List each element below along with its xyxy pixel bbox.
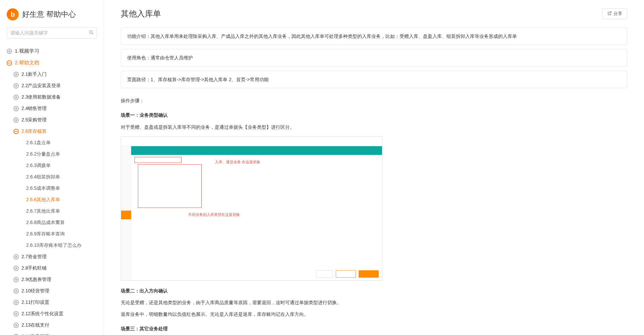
nav-label: 2.1新手入门 <box>21 71 47 77</box>
nav-item-24[interactable]: 2.4销售管理 <box>7 103 97 114</box>
path-label: 页面路径： <box>127 77 151 82</box>
nav-label: 2.6.7其他出库单 <box>26 208 60 214</box>
scene1-title: 场景一：业务类型确认 <box>121 111 627 119</box>
plus-icon <box>13 311 19 317</box>
nav-item-264[interactable]: 2.6.4组装拆卸单 <box>7 171 97 183</box>
logo-row: b 好生意 帮助中心 <box>7 8 97 20</box>
plus-icon <box>13 83 19 89</box>
nav-item-28[interactable]: 2.8手机旺铺 <box>7 263 97 274</box>
nav-label: 2.4销售管理 <box>21 106 47 112</box>
plus-icon <box>13 300 19 305</box>
role-text: 通常由仓管人员维护 <box>151 55 193 60</box>
plus-icon <box>13 95 19 100</box>
nav-item-263[interactable]: 2.6.3调拨单 <box>7 160 97 171</box>
scene1-text: 对于受赠、盘盈或是拆装入库等不同的业务，是通过单据头【业务类型】进行区分。 <box>121 123 627 131</box>
role-box: 使用角色：通常由仓管人员维护 <box>121 49 627 66</box>
role-label: 使用角色： <box>127 55 151 60</box>
nav-label: 1.视频学习 <box>15 48 39 54</box>
nav-label: 2.6.5成本调整单 <box>26 185 60 191</box>
plus-icon <box>13 288 19 294</box>
nav-label: 2.6库存核算 <box>21 128 47 134</box>
nav-item-210[interactable]: 2.10经营管理 <box>7 285 97 297</box>
nav-item-27[interactable]: 2.7资金管理 <box>7 251 97 263</box>
nav-item-266[interactable]: 2.6.6其他入库单 <box>7 194 97 206</box>
logo-char: b <box>11 11 15 18</box>
nav-label: 2.9优惠券管理 <box>21 277 51 283</box>
nav-item-26[interactable]: 2.6库存核算 <box>7 126 97 137</box>
scene3-title: 场景三：其它业务处理 <box>121 325 627 333</box>
nav-label: 2.6.9库存账本查询 <box>26 231 65 237</box>
svg-point-0 <box>90 31 92 33</box>
steps-label: 操作步骤： <box>121 97 627 105</box>
path-box: 页面路径：1、库存核算->库存管理->其他入库单 2、首页->常用功能 <box>121 71 627 88</box>
nav-label: 2.2产品安装及登录 <box>21 83 61 89</box>
plus-icon <box>13 72 19 77</box>
logo-icon: b <box>7 8 19 20</box>
nav-item-268[interactable]: 2.6.8商品成本重算 <box>7 217 97 228</box>
nav-label: 2.6.2分量盘点单 <box>26 151 60 157</box>
plus-icon <box>13 323 19 328</box>
nav-label: 2.帮助文档 <box>15 60 39 66</box>
nav-label: 2.13在线支付 <box>21 322 49 328</box>
share-label: 分享 <box>613 11 622 17</box>
nav-item-29[interactable]: 2.9优惠券管理 <box>7 274 97 285</box>
site-title: 好生意 帮助中心 <box>22 9 76 19</box>
nav-label: 2.5采购管理 <box>21 117 47 123</box>
nav-item-269[interactable]: 2.6.9库存账本查询 <box>7 228 97 240</box>
sidebar: b 好生意 帮助中心 1.视频学习 2.帮助文档 2.1新手入门 2.2产品安装… <box>0 0 104 335</box>
screenshot-annotation-2: 不同业务的入库类型在这里切换 <box>188 212 240 217</box>
nav-item-267[interactable]: 2.6.7其他出库单 <box>7 206 97 217</box>
nav-item-265[interactable]: 2.6.5成本调整单 <box>7 183 97 194</box>
scene2-p2: 退库业务中，明细数量均以负值红色展示。无论是入库还是退库，库存账均记在入库方向。 <box>121 310 627 319</box>
nav-label: 2.6.3调拨单 <box>26 163 51 169</box>
nav-label: 2.10经营管理 <box>21 288 49 294</box>
nav-item-video[interactable]: 1.视频学习 <box>7 45 97 57</box>
plus-icon <box>13 277 19 282</box>
scene2-p1: 无论是受赠，还是其他类型的业务，由于入库商品质量等原因，需要退回，这时可通过单据… <box>121 298 627 307</box>
nav-label: 2.6.8商品成本重算 <box>26 220 65 226</box>
nav-item-262[interactable]: 2.6.2分量盘点单 <box>7 149 97 160</box>
nav-label: 2.7资金管理 <box>21 254 47 260</box>
minus-icon <box>13 129 19 134</box>
intro-text: 其他入库单用来处理除采购入库、产成品入库之外的其他入库业务，因此其他入库单可处理… <box>151 34 517 39</box>
nav-item-23[interactable]: 2.3使用前数据准备 <box>7 92 97 103</box>
plus-icon <box>13 266 19 271</box>
share-icon <box>607 11 612 17</box>
nav-label: 2.8手机旺铺 <box>21 265 47 271</box>
page-header: 其他入库单 分享 <box>121 8 627 19</box>
intro-label: 功能介绍： <box>127 34 151 39</box>
nav-item-212[interactable]: 2.12系统个性化设置 <box>7 308 97 320</box>
nav-label: 2.3使用前数据准备 <box>21 94 61 100</box>
nav-item-214[interactable]: 2.14常见问题 <box>7 331 97 335</box>
main-content: 其他入库单 分享 功能介绍：其他入库单用来处理除采购入库、产成品入库之外的其他入… <box>104 0 644 335</box>
nav-label: 2.6.10库存账本错了怎么办 <box>26 242 82 248</box>
nav-item-25[interactable]: 2.5采购管理 <box>7 114 97 126</box>
nav-label: 2.14常见问题 <box>21 334 49 335</box>
nav-item-21[interactable]: 2.1新手入门 <box>7 69 97 80</box>
plus-icon <box>13 254 19 260</box>
nav-label: 2.12系统个性化设置 <box>21 311 63 317</box>
nav-item-261[interactable]: 2.6.1盘点单 <box>7 137 97 149</box>
plus-icon <box>13 106 19 111</box>
page-title: 其他入库单 <box>121 8 161 19</box>
embedded-screenshot: 入库、退货业务 在这里切换 不同业务的入库类型在这里切换 <box>121 136 382 281</box>
nav-item-2610[interactable]: 2.6.10库存账本错了怎么办 <box>7 240 97 251</box>
nav-item-213[interactable]: 2.13在线支付 <box>7 320 97 331</box>
content-section: 操作步骤： 场景一：业务类型确认 对于受赠、盘盈或是拆装入库等不同的业务，是通过… <box>121 97 627 335</box>
intro-box: 功能介绍：其他入库单用来处理除采购入库、产成品入库之外的其他入库业务，因此其他入… <box>121 27 627 45</box>
nav-label: 2.6.6其他入库单 <box>26 197 60 203</box>
search-icon[interactable] <box>89 30 94 36</box>
plus-icon <box>13 117 19 123</box>
scene2-title: 场景二：出入方向确认 <box>121 287 627 295</box>
nav-item-22[interactable]: 2.2产品安装及登录 <box>7 80 97 92</box>
nav-item-211[interactable]: 2.11打印设置 <box>7 297 97 308</box>
nav-label: 2.11打印设置 <box>21 299 49 305</box>
nav-label: 2.6.4组装拆卸单 <box>26 174 60 180</box>
search-input[interactable] <box>7 27 97 39</box>
screenshot-annotation-1: 入库、退货业务 在这里切换 <box>215 160 260 165</box>
search-wrap <box>7 27 97 39</box>
path-text: 1、库存核算->库存管理->其他入库单 2、首页->常用功能 <box>151 77 269 82</box>
nav-item-docs[interactable]: 2.帮助文档 <box>7 57 97 69</box>
share-button[interactable]: 分享 <box>602 8 627 19</box>
svg-line-1 <box>92 33 93 34</box>
